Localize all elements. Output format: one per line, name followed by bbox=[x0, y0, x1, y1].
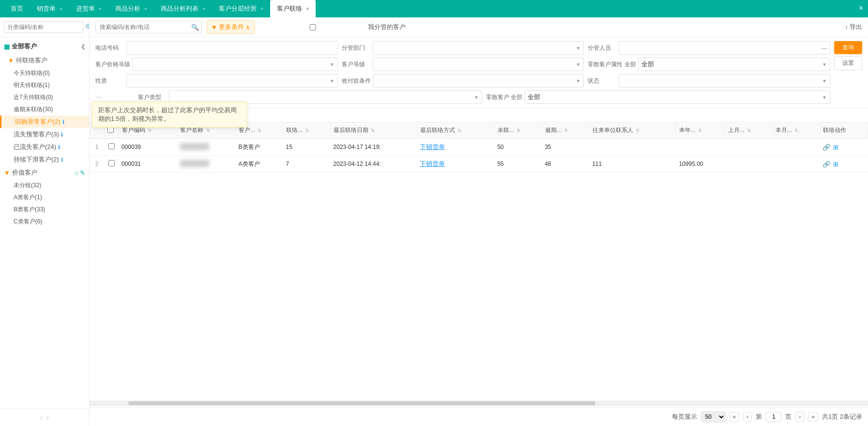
row-select-1 bbox=[104, 139, 119, 156]
tab-sales[interactable]: 销货单 × bbox=[30, 0, 69, 17]
tab-customer-contact[interactable]: 客户联络 × bbox=[270, 0, 316, 17]
my-customers-label: 我分管的客户 bbox=[368, 23, 406, 31]
dept-select[interactable]: ▼ bbox=[373, 41, 584, 55]
b-class[interactable]: B类客户(33) bbox=[0, 204, 89, 216]
retail-attr-select[interactable]: 全部 ▼ bbox=[638, 58, 830, 71]
a-class[interactable]: A类客户(1) bbox=[0, 191, 89, 204]
settings-button[interactable]: 设置 bbox=[834, 56, 862, 70]
pending-contact-group[interactable]: ▼ 待联络客户 bbox=[0, 54, 89, 67]
col-overdue: 逾期... ⇅ bbox=[542, 122, 589, 139]
scroll-thumb[interactable] bbox=[128, 401, 595, 405]
table-scroll-area[interactable]: 客户编码 ⇅ 客户名称 ⇅ 客户... ⇅ 联络... ⇅ 最后联络日期 ⇅ 最… bbox=[90, 122, 868, 399]
c-class[interactable]: C类客户(6) bbox=[0, 216, 89, 228]
pagination-bar: 每页显示 50 100 200 « ‹ 第 页 › » 共1页 2条记录 bbox=[90, 407, 868, 426]
filter-retail-attr: 零散客户属性 全部 全部 ▼ bbox=[588, 58, 830, 71]
type-sort-icon: ⇅ bbox=[258, 128, 261, 133]
manager-select[interactable]: ··· bbox=[619, 41, 830, 55]
customer-search-input[interactable] bbox=[95, 21, 202, 33]
nature-select[interactable]: ▼ bbox=[126, 74, 338, 88]
row-code-2: 000031 bbox=[119, 156, 177, 173]
link-action-1[interactable]: 🔗 bbox=[822, 144, 830, 151]
table-area: ⚙ 客户编码 ⇅ 客户名称 ⇅ 客户... ⇅ 联络... ⇅ 最后联络日期 ⇅ bbox=[90, 108, 868, 426]
row-contact-1: 15 bbox=[283, 139, 331, 156]
blurred-name-2 bbox=[180, 160, 209, 167]
row-not-contacted-2: 55 bbox=[494, 156, 542, 173]
close-customer-contact-icon[interactable]: × bbox=[306, 6, 309, 12]
dept-caret-icon: ▼ bbox=[576, 45, 580, 51]
overdue-sort-icon: ⇅ bbox=[564, 128, 568, 133]
today-pending[interactable]: 今天待联络(0) bbox=[0, 67, 89, 79]
all-customers-header[interactable]: ▦ 全部客户 ❮ bbox=[0, 39, 89, 54]
manager-dots-icon: ··· bbox=[822, 44, 827, 52]
row-checkbox-1[interactable] bbox=[108, 143, 115, 149]
close-purchase-icon[interactable]: × bbox=[99, 6, 102, 12]
more-conditions-btn[interactable]: ▼ 更多条件 ∧ bbox=[207, 20, 255, 34]
grid-action-1[interactable]: ⊞ bbox=[833, 144, 838, 151]
collapse-icon[interactable]: ❮ bbox=[81, 44, 85, 50]
close-product-list-icon[interactable]: × bbox=[202, 6, 205, 12]
tab-customer-tier[interactable]: 客户分层经营 × bbox=[212, 0, 270, 17]
filter-phone: 电话号码 bbox=[95, 41, 338, 55]
filter-icon: ▼ bbox=[211, 24, 217, 31]
per-page-select[interactable]: 50 100 200 bbox=[701, 411, 726, 422]
status-select[interactable]: ▼ bbox=[619, 74, 830, 88]
declining-icon: ℹ bbox=[61, 157, 63, 163]
prev-page-btn[interactable]: ‹ bbox=[743, 412, 752, 422]
close-sales-icon[interactable]: × bbox=[60, 6, 62, 12]
sidebar-search-input[interactable] bbox=[4, 21, 83, 33]
circle-icon[interactable]: ○ bbox=[75, 169, 78, 176]
tab-purchase[interactable]: 进货单 × bbox=[69, 0, 108, 17]
my-customers-check[interactable]: 我分管的客户 bbox=[259, 23, 406, 31]
retail-customer-select[interactable]: 全部 ▼ bbox=[524, 90, 830, 104]
price-tier-select[interactable]: ▼ bbox=[132, 58, 338, 71]
declining-label: 持续下滑客户(2) bbox=[14, 155, 59, 164]
link-action-2[interactable]: 🔗 bbox=[822, 161, 830, 168]
filter-dots[interactable]: ··· bbox=[95, 93, 102, 102]
tooltip-text: 距客户上次交易时长，超过了此客户的平均交易周期的1.5倍，则视为异常。 bbox=[98, 106, 237, 122]
prev-arrow-icon[interactable]: ‹ bbox=[40, 413, 43, 422]
action-cell-2: 🔗 ⊞ bbox=[822, 161, 865, 168]
row-this-month-2 bbox=[772, 156, 820, 173]
dept-label: 分管部门 bbox=[342, 44, 371, 52]
col-last-month: 上月... ⇅ bbox=[725, 122, 772, 139]
horizontal-scrollbar[interactable] bbox=[90, 400, 868, 406]
export-btn[interactable]: ↑ 导出 bbox=[845, 23, 863, 31]
row-name-2 bbox=[177, 156, 236, 173]
tab-product-analysis[interactable]: 商品分析 × bbox=[108, 0, 154, 17]
query-button[interactable]: 查询 bbox=[834, 41, 862, 54]
next-arrow-icon[interactable]: › bbox=[46, 413, 49, 422]
overdue-pending[interactable]: 逾期未联络(30) bbox=[0, 103, 89, 116]
grid-action-2[interactable]: ⊞ bbox=[833, 161, 838, 168]
method-link-1[interactable]: 下销货单 bbox=[420, 143, 445, 150]
close-product-analysis-icon[interactable]: × bbox=[144, 6, 147, 12]
customer-search-icon[interactable]: 🔍 bbox=[191, 24, 199, 31]
last-page-btn[interactable]: » bbox=[808, 412, 818, 422]
close-customer-tier-icon[interactable]: × bbox=[260, 6, 263, 12]
ungroup[interactable]: 未分组(32) bbox=[0, 179, 89, 191]
my-customers-checkbox[interactable] bbox=[259, 24, 366, 30]
declining-customers[interactable]: 持续下滑客户(2) ℹ bbox=[0, 153, 89, 166]
week-pending[interactable]: 近7天待联络(0) bbox=[0, 91, 89, 103]
retail-attr-caret: ▼ bbox=[822, 62, 827, 67]
value-group-header[interactable]: ▼ 价值客户 ○ ✎ bbox=[0, 166, 89, 179]
row-checkbox-2[interactable] bbox=[108, 160, 115, 166]
col-this-year: 本年... ⇅ bbox=[676, 122, 725, 139]
first-page-btn[interactable]: « bbox=[730, 412, 740, 422]
payment-select[interactable]: ▼ bbox=[373, 74, 584, 88]
customer-tier-caret: ▼ bbox=[576, 62, 580, 67]
tab-home[interactable]: 首页 bbox=[4, 0, 30, 17]
tab-product-list[interactable]: 商品分析列表 × bbox=[154, 0, 212, 17]
tomorrow-pending[interactable]: 明天待联络(1) bbox=[0, 79, 89, 91]
page-input[interactable] bbox=[766, 412, 781, 422]
method-link-2[interactable]: 下销货单 bbox=[420, 160, 445, 167]
phone-input[interactable] bbox=[126, 41, 338, 55]
abnormal-repurchase[interactable]: 回购异常客户(2) ℹ bbox=[0, 116, 89, 128]
lost-warning[interactable]: 流失预警客户(3) ℹ bbox=[0, 128, 89, 141]
sidebar-search-icon[interactable]: 🔍 bbox=[85, 24, 90, 31]
already-lost[interactable]: 已流失客户(24) ℹ bbox=[0, 141, 89, 153]
right-content: 距客户上次交易时长，超过了此客户的平均交易周期的1.5倍，则视为异常。 🔍 ▼ … bbox=[90, 17, 868, 426]
edit-icon[interactable]: ✎ bbox=[80, 169, 85, 176]
next-page-btn[interactable]: › bbox=[795, 412, 804, 422]
nav-close-button[interactable]: × bbox=[859, 4, 863, 13]
customer-tier-select[interactable]: ▼ bbox=[373, 58, 584, 71]
